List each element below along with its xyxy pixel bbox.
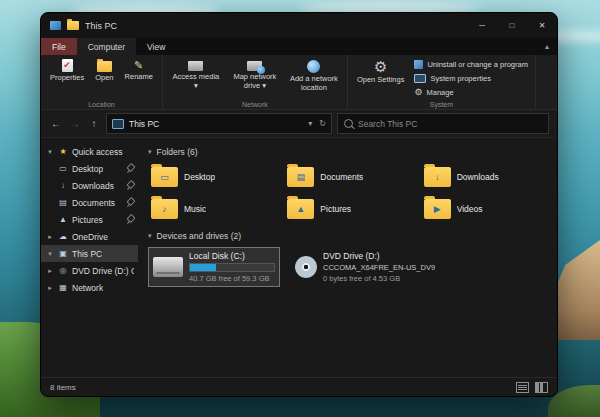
drive-tile-dvd[interactable]: DVD Drive (D:) CCCOMA_X64FRE_EN-US_DV9 0…: [290, 247, 440, 287]
up-button[interactable]: ↑: [87, 118, 101, 129]
properties-check-icon: ✔: [62, 59, 73, 72]
disk-usage-bar: [189, 263, 275, 272]
map-network-drive-button[interactable]: Map network drive ▾: [229, 58, 281, 91]
pin-icon: [126, 198, 134, 207]
sidebar-item-quick-access[interactable]: ▾ ★ Quick access: [41, 143, 138, 160]
tab-file[interactable]: File: [41, 38, 77, 55]
sidebar-item-desktop[interactable]: ▭ Desktop: [41, 160, 138, 177]
items-count: 8 items: [50, 383, 76, 392]
search-placeholder: Search This PC: [358, 119, 417, 129]
drive-tile-local-disk[interactable]: Local Disk (C:) 40.7 GB free of 59.3 GB: [148, 247, 280, 287]
minimize-button[interactable]: ─: [467, 13, 497, 38]
group-label-location: Location: [48, 101, 155, 108]
folder-tile-documents[interactable]: ▤ Documents: [284, 163, 410, 191]
ribbon-group-location: ✔ Properties Open ✎ Rename Location: [41, 55, 163, 109]
pictures-icon: ▲: [58, 216, 68, 224]
folder-icon: ▲: [287, 199, 314, 219]
tab-view[interactable]: View: [136, 38, 176, 55]
sidebar-item-downloads[interactable]: ↓ Downloads: [41, 177, 138, 194]
manage-button[interactable]: ⚙ Manage: [414, 86, 527, 99]
ribbon-group-system: ⚙ Open Settings Uninstall or change a pr…: [348, 55, 536, 109]
chevron-right-icon[interactable]: ▸: [46, 267, 54, 275]
folder-icon: ▤: [287, 167, 314, 187]
add-network-location-button[interactable]: Add a network location: [288, 58, 340, 93]
sidebar-item-documents[interactable]: ▤ Documents: [41, 194, 138, 211]
open-settings-button[interactable]: ⚙ Open Settings: [355, 58, 407, 99]
folder-tile-videos[interactable]: ▶ Videos: [421, 195, 547, 223]
sidebar-item-this-pc[interactable]: ▾ ▣ This PC: [41, 245, 138, 262]
uninstall-icon: [414, 60, 423, 69]
explorer-app-icon: [50, 21, 61, 30]
sidebar-item-dvd-drive[interactable]: ▸ ◎ DVD Drive (D:) CCCO: [41, 262, 138, 279]
tab-computer[interactable]: Computer: [77, 38, 136, 55]
devices-grid: Local Disk (C:) 40.7 GB free of 59.3 GB …: [148, 247, 547, 287]
open-folder-icon: [97, 61, 112, 72]
folder-icon: ▶: [424, 199, 451, 219]
navigation-bar: ← → ↑ This PC ▾ ↻ Search This PC: [41, 110, 557, 138]
forward-button[interactable]: →: [68, 118, 82, 129]
group-label-network: Network: [170, 101, 340, 108]
search-box[interactable]: Search This PC: [337, 113, 549, 134]
globe-icon: [307, 60, 320, 73]
rename-button[interactable]: ✎ Rename: [123, 58, 155, 83]
chevron-right-icon[interactable]: ▸: [46, 284, 54, 292]
folder-tile-music[interactable]: ♪ Music: [148, 195, 274, 223]
folder-icon: ♪: [151, 199, 178, 219]
sidebar: ▾ ★ Quick access ▭ Desktop ↓ Downloads ▤…: [41, 138, 138, 377]
titlebar[interactable]: This PC ─ □ ✕: [41, 13, 557, 38]
chevron-right-icon[interactable]: ▸: [46, 233, 54, 241]
folder-icon: ▭: [151, 167, 178, 187]
folder-tile-desktop[interactable]: ▭ Desktop: [148, 163, 274, 191]
explorer-window: This PC ─ □ ✕ File Computer View ▴ ✔ P: [40, 12, 558, 397]
onedrive-cloud-icon: ☁: [58, 233, 68, 241]
address-path: This PC: [129, 119, 159, 129]
chevron-down-icon: ▾: [194, 81, 198, 90]
pin-icon: [126, 181, 134, 190]
sidebar-item-onedrive[interactable]: ▸ ☁ OneDrive: [41, 228, 138, 245]
section-header-folders[interactable]: ▾ Folders (6): [148, 147, 547, 157]
maximize-button[interactable]: □: [497, 13, 527, 38]
section-header-devices[interactable]: ▾ Devices and drives (2): [148, 231, 547, 241]
system-properties-button[interactable]: System properties: [414, 72, 527, 85]
dvd-icon: ◎: [58, 267, 68, 275]
folder-icon: ↓: [424, 167, 451, 187]
group-label-system: System: [355, 101, 528, 108]
chevron-down-icon[interactable]: ▾: [46, 250, 54, 258]
sidebar-item-network[interactable]: ▸ ▦ Network: [41, 279, 138, 296]
close-button[interactable]: ✕: [527, 13, 557, 38]
chevron-down-icon: ▾: [148, 232, 152, 240]
uninstall-program-button[interactable]: Uninstall or change a program: [414, 58, 527, 71]
back-button[interactable]: ←: [49, 118, 63, 129]
rename-pencil-icon: ✎: [134, 60, 143, 71]
media-drive-icon: [188, 61, 203, 71]
network-drive-icon: [247, 61, 262, 71]
desktop-icon: ▭: [58, 165, 68, 173]
address-bar[interactable]: This PC ▾ ↻: [106, 113, 332, 134]
gear-icon: ⚙: [374, 59, 387, 74]
address-dropdown-icon[interactable]: ▾: [308, 119, 312, 128]
window-title: This PC: [85, 21, 117, 31]
folder-tile-pictures[interactable]: ▲ Pictures: [284, 195, 410, 223]
manage-gear-icon: ⚙: [414, 88, 422, 97]
search-icon: [344, 119, 353, 128]
collapse-ribbon-icon[interactable]: ▴: [545, 42, 549, 51]
chevron-down-icon[interactable]: ▾: [46, 148, 54, 156]
this-pc-icon: [112, 119, 124, 129]
desktop-wallpaper: This PC ─ □ ✕ File Computer View ▴ ✔ P: [0, 0, 600, 417]
list-view-icon[interactable]: [516, 382, 529, 393]
folder-icon: [67, 21, 79, 30]
hard-drive-icon: [153, 257, 183, 277]
details-view-icon[interactable]: [535, 382, 548, 393]
dvd-disc-icon: [295, 256, 317, 278]
access-media-button[interactable]: Access media ▾: [170, 58, 222, 91]
sidebar-item-pictures[interactable]: ▲ Pictures: [41, 211, 138, 228]
file-list-area: ▾ Folders (6) ▭ Desktop ▤ Documents ↓ Do…: [138, 138, 557, 377]
open-button[interactable]: Open: [93, 58, 115, 84]
ribbon: ✔ Properties Open ✎ Rename Location: [41, 55, 557, 110]
downloads-icon: ↓: [58, 182, 68, 190]
ribbon-group-network: Access media ▾ Map network drive ▾ Add a…: [163, 55, 348, 109]
refresh-icon[interactable]: ↻: [319, 119, 326, 128]
folder-tile-downloads[interactable]: ↓ Downloads: [421, 163, 547, 191]
properties-button[interactable]: ✔ Properties: [48, 58, 86, 84]
status-bar: 8 items: [41, 377, 557, 396]
